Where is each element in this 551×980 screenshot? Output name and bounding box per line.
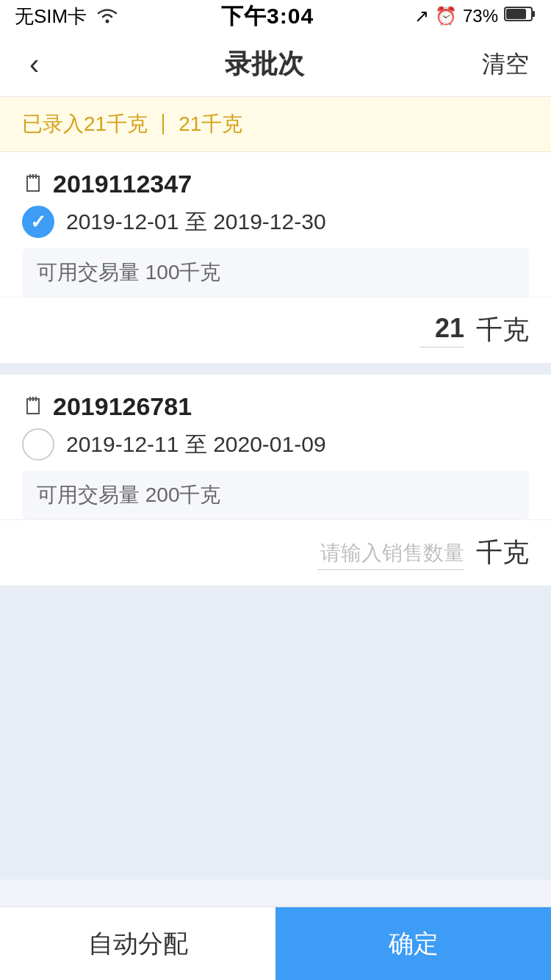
status-indicators: ↗ ⏰ 73% xyxy=(414,6,536,26)
summary-value: 21千克 xyxy=(179,110,242,138)
batch-date-1: 2019-12-01 至 2019-12-30 xyxy=(66,207,326,237)
alarm-icon: ⏰ xyxy=(435,6,457,26)
batch-doc-icon-1: 🗒 xyxy=(22,170,46,198)
back-button[interactable]: ‹ xyxy=(22,40,46,88)
batch-header-1: 🗒 2019112347 xyxy=(22,170,529,198)
auto-distribute-button[interactable]: 自动分配 xyxy=(0,907,276,980)
batch-doc-icon-2: 🗒 xyxy=(22,393,46,420)
battery-text: 73% xyxy=(463,6,498,26)
confirm-button[interactable]: 确定 xyxy=(276,907,551,980)
batch-date-row-2: 2019-12-11 至 2020-01-09 xyxy=(22,428,529,461)
quantity-input-2[interactable] xyxy=(317,536,464,570)
battery-icon xyxy=(504,6,536,26)
empty-area xyxy=(0,586,551,879)
nav-bar: ‹ 录批次 清空 xyxy=(0,32,551,97)
batch-available-2: 可用交易量 200千克 xyxy=(22,471,529,519)
svg-point-0 xyxy=(106,19,109,23)
status-bar: 无SIM卡 下午3:04 ↗ ⏰ 73% xyxy=(0,0,551,32)
wifi-icon xyxy=(94,4,120,29)
quantity-area-1: 21 千克 xyxy=(0,297,551,363)
batch-radio-1[interactable] xyxy=(22,206,54,238)
batch-radio-2[interactable] xyxy=(22,428,54,461)
status-carrier: 无SIM卡 xyxy=(15,4,120,29)
section-separator xyxy=(0,363,551,375)
batch-date-row-1: 2019-12-01 至 2019-12-30 xyxy=(22,206,529,238)
bottom-bar: 自动分配 确定 xyxy=(0,907,551,980)
quantity-area-2: 千克 xyxy=(0,519,551,586)
batch-item-2: 🗒 2019126781 2019-12-11 至 2020-01-09 可用交… xyxy=(0,375,551,519)
summary-divider xyxy=(162,114,164,134)
quantity-unit-1: 千克 xyxy=(476,312,529,348)
quantity-value-1: 21 xyxy=(420,313,464,347)
batch-available-1: 可用交易量 100千克 xyxy=(22,248,529,297)
batch-id-1: 2019112347 xyxy=(53,170,192,198)
location-icon: ↗ xyxy=(414,6,429,26)
batch-item-1: 🗒 2019112347 2019-12-01 至 2019-12-30 可用交… xyxy=(0,152,551,297)
page-content: 已录入21千克 21千克 🗒 2019112347 2019-12-01 至 2… xyxy=(0,97,551,953)
batch-date-2: 2019-12-11 至 2020-01-09 xyxy=(66,430,326,460)
clear-button[interactable]: 清空 xyxy=(482,48,529,81)
status-time: 下午3:04 xyxy=(221,1,314,32)
batch-header-2: 🗒 2019126781 xyxy=(22,392,529,421)
quantity-unit-2: 千克 xyxy=(476,535,529,571)
batch-id-2: 2019126781 xyxy=(53,392,192,421)
summary-label: 已录入21千克 xyxy=(22,110,148,138)
svg-rect-2 xyxy=(532,11,535,17)
page-title: 录批次 xyxy=(225,46,304,82)
svg-rect-3 xyxy=(506,9,526,19)
carrier-text: 无SIM卡 xyxy=(15,4,87,29)
summary-banner: 已录入21千克 21千克 xyxy=(0,97,551,152)
